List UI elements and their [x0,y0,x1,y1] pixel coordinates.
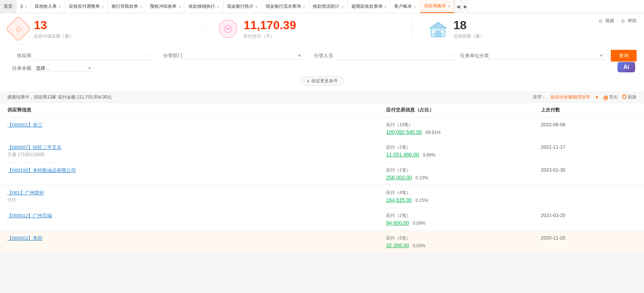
video-link[interactable]: 视频 [605,18,614,24]
person-label: 分管人员 [309,52,333,59]
help-link[interactable]: 帮助 [628,18,637,24]
export-button[interactable]: 导出 [603,94,618,100]
filter-item-person: 分管人员 ··· [309,52,454,60]
table-row: 【000002】李四 应付（5笔） 32,366.00 0.03% 2020-1… [0,231,644,253]
balance-select[interactable]: 选择... [36,65,86,71]
payable-amount-6[interactable]: 32,366.00 [386,242,409,248]
supplier-link-000001[interactable]: 【000001】张三 [7,122,42,128]
payable-cell-3: 应付（1笔） 258,000.00 0.23% [386,167,541,180]
close-tab-3[interactable]: × [25,4,27,9]
nav-tab-home[interactable]: 首页 [0,0,17,13]
nav-arrow-right[interactable]: ▶ [462,0,469,13]
result-summary: 搜索结果中，供应商13家 应付金额 111,703,854.00元 [7,94,112,100]
supplier-cell-3: 【000100】本特勤油品有限公司 [7,167,386,174]
search-button[interactable]: 查询 [611,50,637,62]
top-right-links: ⊙ 视频 | ⊙ 帮助 [599,18,637,24]
filter-item-supplier: 供应商 ··· [7,52,153,60]
table-row: 【000012】广州贝瑞 应付（2笔） 94,600.00 0.08% 2021… [0,208,644,231]
balance-chevron-icon: ▼ [87,66,92,71]
payable-suppliers-label: 总应付供应商（家） [34,33,74,39]
close-tab-collect-stats[interactable]: × [341,4,343,9]
payable-pct-6: 0.03% [413,243,425,248]
nav-tab-prepay-collect[interactable]: 预收冲应收单 × [146,0,185,13]
close-tab-cash-bank-stats[interactable]: × [255,4,258,9]
payable-cell-6: 应付（5笔） 32,366.00 0.03% [386,235,541,248]
close-tab-receipt-verify[interactable]: × [217,4,219,9]
close-tab-bank-deposit[interactable]: × [140,4,142,9]
close-tab-other-income[interactable]: × [59,4,61,9]
nav-tab-receipt-verify[interactable]: 收款核销执行 × [185,0,223,13]
nav-tab-bank-deposit[interactable]: 银行存取款单 × [108,0,146,13]
supplier-dots-icon[interactable]: ··· [146,52,151,59]
nav-tab-cash-bank-stats[interactable]: 现金银行统计 × [223,0,262,13]
nav-tab-3[interactable]: 3 × [17,0,31,13]
filter-item-balance: 往来余额 选择... ▼ [7,65,637,72]
stat-payable-suppliers: ◇ 13 总应付供应商（家） [7,18,202,40]
last-pay-cell-6: 2020-11-20 [541,235,637,241]
person-dots-icon[interactable]: ··· [448,52,452,59]
ai-badge[interactable]: Ai [617,62,635,72]
nav-tab-cash-bank-flow[interactable]: 现金银行流水查询 × [262,0,309,13]
category-label: 往来单位分类 [460,52,484,59]
col-supplier-info: 供应商信息 [7,107,386,113]
payable-pct-4: 0.15% [416,198,428,203]
payable-suppliers-number: 13 [34,18,74,32]
nav-tab-payable-adjust[interactable]: 应收应付调整单 × [65,0,108,13]
payable-pct-2: 9.89% [423,152,435,158]
supplier-link-000100[interactable]: 【000100】本特勤油品有限公司 [7,168,76,173]
collapse-label: 收起更多条件 [311,78,338,84]
supplier-link-000007[interactable]: 【000007】恒旺二手叉车 [7,145,62,150]
category-chevron-icon: ▼ [599,53,603,58]
payable-pct-3: 0.23% [416,175,428,180]
nav-tab-overdue-query[interactable]: 超期应收款查询 × [348,0,391,13]
close-tab-overdue-query[interactable]: × [384,4,386,9]
payable-amount-4[interactable]: 164,635.90 [386,197,412,203]
supplier-link-000012[interactable]: 【000012】广州贝瑞 [7,213,52,218]
sort-label: 排序： [533,94,546,100]
dept-select-wrapper: ▼ [185,52,304,59]
supplier-cell-6: 【000002】李四 [7,235,386,242]
payable-amount-1[interactable]: 100,092,540.00 [386,129,422,135]
stat-icon-diamond: ◇ [7,18,29,40]
close-tab-payable-adjust[interactable]: × [102,4,104,9]
nav-tab-supplier-account[interactable]: 供应商账本 × [420,0,454,13]
result-actions: 排序： 按应付余额倒序排序 ▼ 导出 刷新 [533,94,637,100]
category-select-wrapper: ▼ [487,52,605,59]
sort-value[interactable]: 按应付余额倒序排序 [550,94,590,100]
dept-select[interactable] [187,53,296,58]
payable-amount-5[interactable]: 94,600.00 [386,220,409,226]
person-input[interactable] [337,53,446,58]
nav-arrow-left[interactable]: ◀ [454,0,462,13]
supplier-input[interactable] [36,53,144,58]
supplier-label: 供应商 [7,52,31,59]
payable-amount-3[interactable]: 258,000.00 [386,175,412,180]
stat-payable-total: 11,170.39 应付合计（万） [217,18,412,40]
supplier-link-001[interactable]: 【001】广州荣轩 [7,190,44,196]
svg-point-1 [226,27,227,29]
dept-chevron-icon: ▼ [297,53,302,58]
payable-pct-1: 89.61% [426,130,441,135]
supplier-link-000002[interactable]: 【000002】李四 [7,235,42,241]
refresh-label: 刷新 [628,94,637,100]
export-icon [603,94,608,100]
filter-item-dept: 分管部门 ▼ [158,52,304,59]
close-tab-cash-bank-flow[interactable]: × [303,4,305,9]
payable-amount-2[interactable]: 11,051,486.00 [386,152,419,158]
nav-tab-collect-stats[interactable]: 收款情况统计 × [309,0,347,13]
top-navigation: 首页 3 × 其他收入单 × 应收应付调整单 × 银行存取款单 × 预收冲应收单… [0,0,644,13]
close-tab-prepay-collect[interactable]: × [178,4,181,9]
nav-tab-other-income[interactable]: 其他收入单 × [31,0,65,13]
data-table: 供应商信息 应付交易信息（占比） 上次付数 【000001】张三 应付（15笔）… [0,103,644,253]
table-row: 【000100】本特勤油品有限公司 应付（1笔） 258,000.00 0.23… [0,163,644,185]
sort-chevron-icon: ▼ [595,95,599,100]
close-tab-customer-account[interactable]: × [414,4,416,9]
collapse-button[interactable]: ∧ 收起更多条件 [300,76,344,86]
collapse-bar: ∧ 收起更多条件 [7,75,637,88]
refresh-button[interactable]: 刷新 [622,94,637,100]
dept-label: 分管部门 [158,52,182,59]
collapse-up-icon: ∧ [307,79,310,84]
close-tab-supplier-account[interactable]: × [448,4,450,8]
table-row: 【001】广州荣轩 仔仔 应付（4笔） 164,635.90 0.15% [0,185,644,208]
nav-tab-customer-account[interactable]: 客户账本 × [391,0,420,13]
category-select[interactable] [489,53,598,58]
